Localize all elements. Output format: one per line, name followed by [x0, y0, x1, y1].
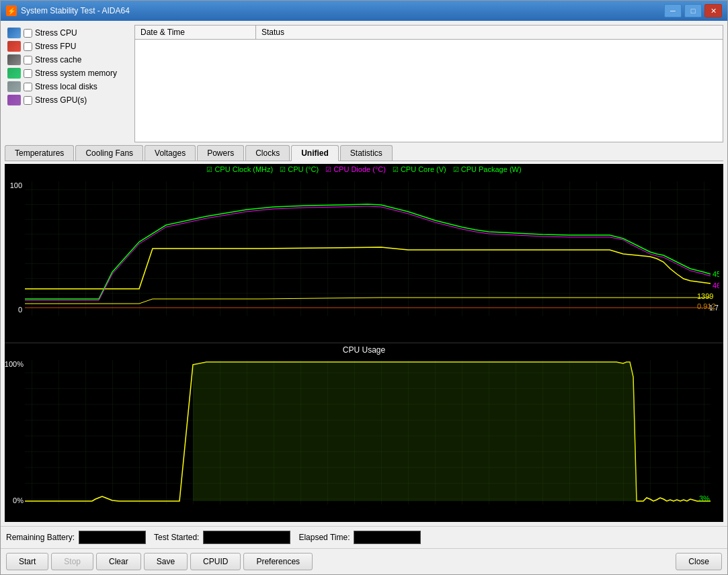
window-controls: ─ □ ✕: [664, 4, 722, 17]
start-button[interactable]: Start: [6, 553, 48, 570]
stress-disk-item: Stress local disks: [7, 81, 126, 92]
minimize-button[interactable]: ─: [664, 4, 682, 17]
tab-unified[interactable]: Unified: [291, 145, 339, 161]
tab-voltages[interactable]: Voltages: [145, 145, 196, 161]
fpu-icon: [7, 41, 21, 52]
log-body: [135, 40, 723, 142]
started-field: Test Started:: [154, 531, 290, 544]
svg-text:1399: 1399: [697, 292, 713, 300]
window-close-button[interactable]: ✕: [704, 4, 722, 17]
elapsed-value: [354, 531, 421, 544]
save-button[interactable]: Save: [144, 553, 188, 570]
button-bar: Start Stop Clear Save CPUID Preferences …: [1, 548, 727, 574]
lower-chart-svg: 100% 0% 3%: [5, 357, 719, 515]
top-section: Stress CPU Stress FPU Stress cache Stres…: [5, 25, 723, 142]
tabs-area: Temperatures Cooling Fans Voltages Power…: [5, 145, 723, 161]
stress-options-panel: Stress CPU Stress FPU Stress cache Stres…: [5, 25, 129, 142]
tab-bar: Temperatures Cooling Fans Voltages Power…: [5, 145, 723, 161]
battery-label: Remaining Battery:: [6, 533, 75, 542]
right-buttons: Close: [676, 553, 722, 570]
stress-mem-item: Stress system memory: [7, 68, 126, 79]
svg-text:0: 0: [18, 306, 22, 314]
stress-cache-item: Stress cache: [7, 54, 126, 65]
tab-cooling-fans[interactable]: Cooling Fans: [75, 145, 143, 161]
stress-gpu-label: Stress GPU(s): [35, 95, 87, 105]
stress-disk-checkbox[interactable]: [24, 83, 32, 91]
stop-button[interactable]: Stop: [51, 553, 93, 570]
maximize-button[interactable]: □: [684, 4, 702, 17]
preferences-button[interactable]: Preferences: [243, 553, 313, 570]
close-button[interactable]: Close: [676, 553, 722, 570]
svg-text:3%: 3%: [699, 494, 710, 502]
lower-chart-title: CPU Usage: [5, 343, 723, 357]
svg-text:1.71: 1.71: [709, 304, 719, 312]
log-datetime-header: Date & Time: [135, 26, 256, 39]
stress-gpu-item: Stress GPU(s): [7, 95, 126, 105]
stress-cache-checkbox[interactable]: [24, 56, 32, 64]
upper-chart-svg: 100 0 45 46 1399 0.912: [5, 175, 719, 322]
legend-cpu-package: ☑ CPU Package (W): [453, 165, 522, 173]
svg-text:100%: 100%: [5, 360, 24, 368]
clear-button[interactable]: Clear: [96, 553, 141, 570]
main-window: ⚡ System Stability Test - AIDA64 ─ □ ✕ S…: [0, 0, 728, 575]
stress-disk-label: Stress local disks: [35, 82, 97, 91]
svg-text:46: 46: [713, 281, 719, 290]
mem-icon: [7, 68, 21, 79]
elapsed-label: Elapsed Time:: [298, 533, 350, 542]
left-buttons: Start Stop Clear Save CPUID Preferences: [6, 553, 313, 570]
svg-marker-11: [193, 362, 637, 501]
legend-cpu-core-v: ☑ CPU Core (V): [393, 165, 446, 173]
stress-cpu-checkbox[interactable]: [24, 29, 32, 38]
svg-rect-0: [25, 181, 711, 316]
stress-mem-label: Stress system memory: [35, 69, 117, 78]
log-status-header: Status: [256, 26, 723, 39]
status-bar: Remaining Battery: Test Started: Elapsed…: [1, 526, 727, 548]
tab-statistics[interactable]: Statistics: [340, 145, 393, 161]
legend-cpu-diode: ☑ CPU Diode (°C): [325, 165, 386, 173]
stress-fpu-label: Stress FPU: [35, 42, 76, 51]
log-header: Date & Time Status: [135, 26, 723, 40]
gpu-icon: [7, 95, 21, 105]
lower-chart-panel: CPU Usage 100% 0% 3%: [5, 343, 723, 522]
battery-field: Remaining Battery:: [6, 531, 146, 544]
battery-value: [79, 531, 146, 544]
log-area: Date & Time Status: [134, 25, 723, 142]
tab-powers[interactable]: Powers: [197, 145, 244, 161]
svg-text:100: 100: [10, 181, 22, 189]
legend-cpu-temp: ☑ CPU (°C): [280, 165, 319, 173]
cpu-icon: [7, 28, 21, 38]
stress-mem-checkbox[interactable]: [24, 69, 32, 78]
legend-cpu-clock: ☑ CPU Clock (MHz): [206, 165, 273, 173]
app-icon: ⚡: [6, 5, 17, 16]
upper-chart-panel: ☑ CPU Clock (MHz) ☑ CPU (°C) ☑ CPU Diode…: [5, 164, 723, 343]
content-area: Stress CPU Stress FPU Stress cache Stres…: [1, 21, 727, 526]
svg-text:45: 45: [713, 270, 719, 278]
stress-cache-label: Stress cache: [35, 55, 81, 64]
window-title: System Stability Test - AIDA64: [21, 6, 664, 15]
stress-cpu-item: Stress CPU: [7, 28, 126, 38]
stress-gpu-checkbox[interactable]: [24, 96, 32, 105]
started-value: [203, 531, 290, 544]
stress-fpu-item: Stress FPU: [7, 41, 126, 52]
disk-icon: [7, 81, 21, 92]
cache-icon: [7, 54, 21, 65]
charts-container: ☑ CPU Clock (MHz) ☑ CPU (°C) ☑ CPU Diode…: [5, 164, 723, 522]
stress-fpu-checkbox[interactable]: [24, 42, 32, 51]
svg-text:0%: 0%: [13, 496, 24, 504]
started-label: Test Started:: [154, 533, 199, 542]
elapsed-field: Elapsed Time:: [298, 531, 421, 544]
upper-chart-legend: ☑ CPU Clock (MHz) ☑ CPU (°C) ☑ CPU Diode…: [5, 164, 723, 175]
stress-cpu-label: Stress CPU: [35, 28, 77, 38]
title-bar: ⚡ System Stability Test - AIDA64 ─ □ ✕: [1, 1, 727, 21]
tab-clocks[interactable]: Clocks: [245, 145, 290, 161]
tab-temperatures[interactable]: Temperatures: [5, 145, 74, 161]
cpuid-button[interactable]: CPUID: [190, 553, 241, 570]
